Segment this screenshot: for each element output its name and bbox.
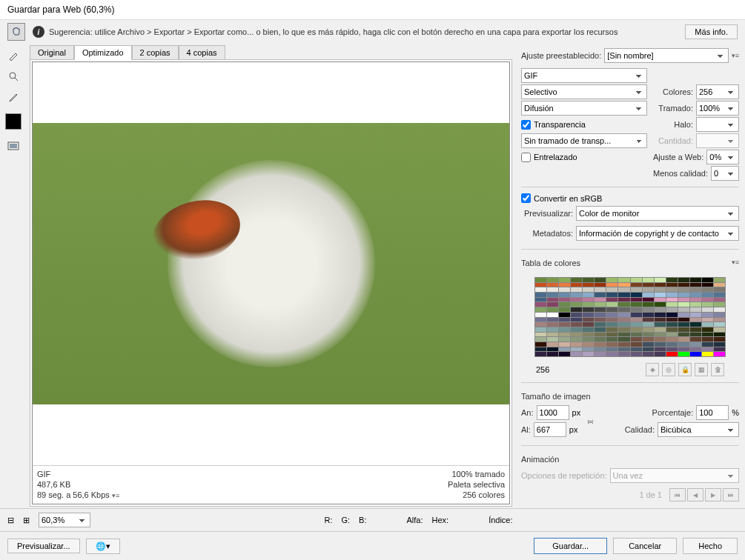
color-swatch-cell[interactable] xyxy=(655,278,666,282)
color-swatch-cell[interactable] xyxy=(678,287,689,292)
color-swatch-cell[interactable] xyxy=(678,337,689,341)
color-swatch-cell[interactable] xyxy=(547,342,558,347)
color-swatch-cell[interactable] xyxy=(559,287,570,292)
color-swatch-cell[interactable] xyxy=(595,352,606,356)
zoom-out-icon[interactable]: ⊟ xyxy=(7,516,14,525)
cancel-button[interactable]: Cancelar xyxy=(613,538,677,554)
color-swatch-cell[interactable] xyxy=(535,298,546,302)
color-swatch-cell[interactable] xyxy=(606,347,617,352)
color-swatch-cell[interactable] xyxy=(690,293,701,297)
color-swatch-cell[interactable] xyxy=(618,283,629,287)
hand-tool-icon[interactable] xyxy=(7,23,25,41)
color-swatch-cell[interactable] xyxy=(606,333,617,337)
percent-input[interactable] xyxy=(696,405,729,420)
color-swatch-cell[interactable] xyxy=(690,302,701,307)
interlaced-checkbox[interactable] xyxy=(521,153,531,162)
color-swatch-cell[interactable] xyxy=(583,342,594,347)
color-swatch-cell[interactable] xyxy=(618,337,629,341)
color-swatch-cell[interactable] xyxy=(666,307,678,312)
color-swatch-cell[interactable] xyxy=(714,342,725,347)
ct-new-icon[interactable]: ▦ xyxy=(695,363,708,376)
color-swatch-cell[interactable] xyxy=(643,298,654,302)
color-swatch-cell[interactable] xyxy=(702,313,713,317)
color-swatch-cell[interactable] xyxy=(547,352,558,356)
color-swatch-cell[interactable] xyxy=(595,293,606,297)
color-swatch-cell[interactable] xyxy=(559,322,570,327)
color-swatch-cell[interactable] xyxy=(631,318,642,322)
color-swatch-cell[interactable] xyxy=(595,327,606,332)
color-swatch-cell[interactable] xyxy=(678,333,689,337)
color-swatch-cell[interactable] xyxy=(595,283,606,287)
color-swatch-cell[interactable] xyxy=(690,342,701,347)
color-swatch-cell[interactable] xyxy=(690,347,701,352)
color-swatch-cell[interactable] xyxy=(583,278,594,282)
color-swatch-cell[interactable] xyxy=(714,337,725,341)
color-swatch-cell[interactable] xyxy=(678,327,689,332)
color-swatch-cell[interactable] xyxy=(655,337,666,341)
color-swatch-cell[interactable] xyxy=(583,302,594,307)
color-swatch-cell[interactable] xyxy=(702,318,713,322)
color-swatch-cell[interactable] xyxy=(631,298,642,302)
color-swatch-cell[interactable] xyxy=(714,307,725,312)
color-swatch-cell[interactable] xyxy=(595,342,606,347)
color-swatch-cell[interactable] xyxy=(702,322,713,327)
color-swatch-cell[interactable] xyxy=(631,278,642,282)
color-swatch-cell[interactable] xyxy=(583,283,594,287)
color-swatch-cell[interactable] xyxy=(714,347,725,352)
color-swatch-cell[interactable] xyxy=(690,287,701,292)
color-swatch-cell[interactable] xyxy=(666,342,678,347)
color-swatch-cell[interactable] xyxy=(666,302,678,307)
color-swatch-cell[interactable] xyxy=(583,333,594,337)
color-swatch-cell[interactable] xyxy=(666,293,678,297)
color-swatch-cell[interactable] xyxy=(655,342,666,347)
color-swatch-cell[interactable] xyxy=(655,352,666,356)
color-swatch-cell[interactable] xyxy=(535,342,546,347)
slice-tool-icon[interactable] xyxy=(4,47,22,64)
color-swatch-cell[interactable] xyxy=(535,352,546,356)
preset-flyout-icon[interactable]: ▾≡ xyxy=(732,52,739,59)
color-swatch-cell[interactable] xyxy=(595,313,606,317)
color-swatch-cell[interactable] xyxy=(618,327,629,332)
color-swatch-cell[interactable] xyxy=(559,313,570,317)
color-swatch-cell[interactable] xyxy=(643,293,654,297)
color-swatch-cell[interactable] xyxy=(559,298,570,302)
color-swatch-cell[interactable] xyxy=(655,327,666,332)
color-swatch-cell[interactable] xyxy=(714,283,725,287)
metadata-select[interactable]: Información de copyright y de contacto xyxy=(576,226,739,241)
color-swatch-cell[interactable] xyxy=(618,352,629,356)
color-swatch-cell[interactable] xyxy=(631,307,642,312)
color-swatch-cell[interactable] xyxy=(655,322,666,327)
color-swatch-cell[interactable] xyxy=(702,333,713,337)
color-swatch-cell[interactable] xyxy=(547,278,558,282)
color-swatch-cell[interactable] xyxy=(583,287,594,292)
color-swatch-cell[interactable] xyxy=(678,293,689,297)
color-swatch-cell[interactable] xyxy=(678,342,689,347)
color-swatch-cell[interactable] xyxy=(678,318,689,322)
quality-select[interactable]: Bicúbica xyxy=(658,422,739,437)
ct-shift-icon[interactable]: ◎ xyxy=(662,363,675,376)
color-swatch-cell[interactable] xyxy=(583,347,594,352)
save-button[interactable]: Guardar... xyxy=(534,538,607,554)
preview-button[interactable]: Previsualizar... xyxy=(7,539,80,553)
color-swatch-cell[interactable] xyxy=(690,313,701,317)
color-swatch-cell[interactable] xyxy=(547,307,558,312)
color-swatch-cell[interactable] xyxy=(690,278,701,282)
srgb-checkbox[interactable] xyxy=(521,193,531,203)
color-swatch-cell[interactable] xyxy=(595,347,606,352)
color-swatch-cell[interactable] xyxy=(655,313,666,317)
color-swatch-cell[interactable] xyxy=(535,347,546,352)
color-swatch-cell[interactable] xyxy=(571,342,582,347)
color-swatch-cell[interactable] xyxy=(535,337,546,341)
matte-select[interactable] xyxy=(696,117,739,132)
color-swatch-cell[interactable] xyxy=(631,352,642,356)
color-swatch-cell[interactable] xyxy=(535,278,546,282)
color-swatch-cell[interactable] xyxy=(702,342,713,347)
color-swatch-cell[interactable] xyxy=(714,302,725,307)
color-swatch-cell[interactable] xyxy=(666,347,678,352)
color-swatch-cell[interactable] xyxy=(535,318,546,322)
color-swatch-cell[interactable] xyxy=(583,322,594,327)
color-swatch-cell[interactable] xyxy=(631,313,642,317)
color-swatch-cell[interactable] xyxy=(559,342,570,347)
color-swatch-cell[interactable] xyxy=(678,298,689,302)
color-swatch-cell[interactable] xyxy=(595,302,606,307)
